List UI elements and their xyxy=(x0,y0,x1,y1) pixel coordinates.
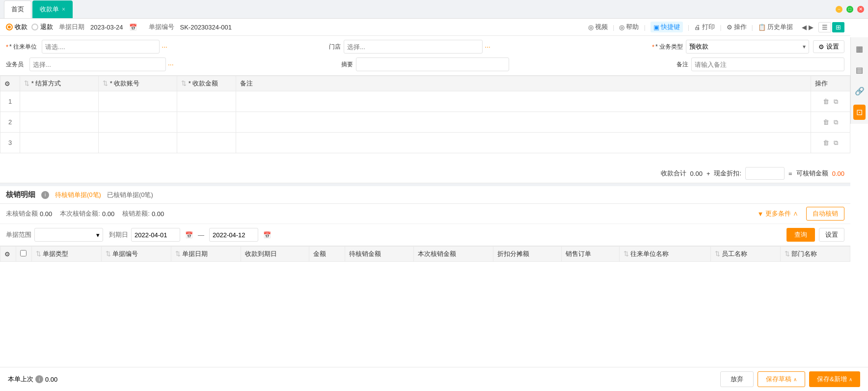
prev-info-icon[interactable]: i xyxy=(35,375,43,383)
save-draft-button[interactable]: 保存草稿 ∧ xyxy=(758,371,805,387)
staff-input[interactable] xyxy=(29,57,166,71)
row-1-delete-icon[interactable]: 🗑 xyxy=(823,98,829,105)
settings-label: 设置 xyxy=(826,42,839,51)
help-btn[interactable]: ◎ 帮助 xyxy=(619,23,639,31)
row-2-delete-icon[interactable]: 🗑 xyxy=(823,118,829,126)
range-select[interactable]: ▾ xyxy=(34,228,103,242)
history-btn[interactable]: 📋 历史单据 xyxy=(758,23,793,31)
tab-home[interactable]: 首页 xyxy=(4,0,31,18)
store-label: 门店 xyxy=(329,43,341,51)
nav-right-icon[interactable]: ▶ xyxy=(809,24,814,31)
sort-counterparty-icon: ⇅ xyxy=(624,250,629,257)
remark-input[interactable] xyxy=(691,57,844,71)
save-new-button[interactable]: 保存&新增 ∧ xyxy=(809,371,860,387)
row-3-copy-icon[interactable]: ⧉ xyxy=(834,139,838,146)
sort-doctype-icon: ⇅ xyxy=(36,250,41,257)
list-view-btn[interactable]: ☰ xyxy=(818,22,831,32)
prev-value: 0.00 xyxy=(45,376,57,383)
available-label: 可核销金额 xyxy=(796,169,828,178)
bottom-col-docdate-header: ⇅ 单据日期 xyxy=(171,247,241,262)
sidebar-link-icon[interactable]: 🔗 xyxy=(852,84,868,99)
remark-field: 备注 xyxy=(677,57,844,71)
row-1-amount-input[interactable] xyxy=(177,91,236,112)
current-label: 本次核销金额: xyxy=(60,209,100,218)
minimize-button[interactable]: － xyxy=(836,6,842,13)
footer-right: 放弃 保存草稿 ∧ 保存&新增 ∧ xyxy=(720,371,860,387)
operation-btn[interactable]: ⚙ 操作 xyxy=(727,23,747,31)
receipt-radio[interactable]: 收款 xyxy=(6,23,27,31)
row-3-delete-icon[interactable]: 🗑 xyxy=(823,139,829,146)
col-docnumber-label: 单据编号 xyxy=(112,250,138,257)
print-btn[interactable]: 🖨 打印 xyxy=(694,23,715,31)
sort-docdate-icon: ⇅ xyxy=(175,250,181,257)
col-account-header: ⇅ * 收款账号 xyxy=(99,76,177,91)
discount-input[interactable] xyxy=(745,167,785,180)
completed-label: 已核销单据(0笔) xyxy=(107,191,153,199)
summary-input[interactable] xyxy=(356,57,509,71)
writeoff-table: ⚙ ⇅ 单据类型 ⇅ 单据编号 xyxy=(0,246,850,262)
bottom-table-settings-icon[interactable]: ⚙ xyxy=(4,251,10,258)
row-1-account-input[interactable] xyxy=(99,91,177,112)
save-new-chevron: ∧ xyxy=(849,377,852,382)
row-3-remark-input[interactable] xyxy=(236,133,811,153)
duedate-from-input[interactable] xyxy=(131,228,180,242)
business-type-select[interactable]: 预收款 ▾ xyxy=(686,40,809,54)
calendar-icon[interactable]: 📅 xyxy=(129,24,137,31)
col-pending-label: 待核销金额 xyxy=(349,250,381,257)
row-3-amount-input[interactable] xyxy=(177,133,236,153)
counterparty-input[interactable] xyxy=(42,40,160,54)
calendar-from-icon[interactable]: 📅 xyxy=(185,231,193,239)
abandon-button[interactable]: 放弃 xyxy=(720,371,754,387)
pending-label[interactable]: 待核销单据(0笔) xyxy=(55,191,101,199)
more-conditions-btn[interactable]: ▼ 更多条件 ∧ xyxy=(758,209,799,218)
counterparty-more-icon[interactable]: ··· xyxy=(162,43,167,51)
form-area: * * 往来单位 ··· 门店 ··· * * 业务类型 预收款 ▾ xyxy=(0,36,850,76)
writeoff-info-icon[interactable]: i xyxy=(41,191,49,199)
sidebar-table-icon[interactable]: ▦ xyxy=(853,41,866,56)
sort-dept-icon: ⇅ xyxy=(785,250,790,257)
store-more-icon[interactable]: ··· xyxy=(485,43,490,51)
row-3-settlement-input[interactable] xyxy=(20,133,98,153)
bottom-col-staff-header: ⇅ 员工名称 xyxy=(711,247,781,262)
row-2-amount-input[interactable] xyxy=(177,112,236,132)
close-button[interactable]: ✕ xyxy=(857,6,864,13)
video-btn[interactable]: ◎ 视频 xyxy=(588,23,608,31)
col-actions-header: 操作 xyxy=(811,76,850,91)
select-all-checkbox[interactable] xyxy=(20,250,27,256)
row-2-copy-icon[interactable]: ⧉ xyxy=(834,118,838,126)
shortcut-icon: ▣ xyxy=(653,24,659,31)
bottom-col-current-header: 本次核销金额 xyxy=(414,247,493,262)
settings-button[interactable]: ⚙ 设置 xyxy=(813,40,844,53)
col-salesorder-label: 销售订单 xyxy=(566,250,591,257)
sidebar-image-icon[interactable]: ⊡ xyxy=(853,105,866,120)
shortcut-btn[interactable]: ▣ 快捷键 xyxy=(651,22,683,32)
row-2-remark-input[interactable] xyxy=(236,112,811,132)
filter-settings-button[interactable]: 设置 xyxy=(819,228,844,242)
sidebar-doc-icon[interactable]: ▤ xyxy=(853,62,866,78)
row-2-settlement-input[interactable] xyxy=(20,112,98,132)
tab-receipt[interactable]: 收款单 × xyxy=(32,0,73,18)
table-settings-icon[interactable]: ⚙ xyxy=(4,80,10,87)
table-row: 3 🗑 ⧉ xyxy=(0,133,850,153)
staff-label: 业务员 xyxy=(6,60,24,69)
tab-close-icon[interactable]: × xyxy=(62,6,65,13)
business-type-field: * * 业务类型 预收款 ▾ xyxy=(652,40,809,54)
grid-view-btn[interactable]: ⊞ xyxy=(832,22,844,32)
staff-more-icon[interactable]: ··· xyxy=(168,60,174,68)
duedate-to-input[interactable] xyxy=(209,228,258,242)
maximize-button[interactable]: □ xyxy=(846,6,853,13)
store-input[interactable] xyxy=(344,40,483,54)
auto-writeoff-button[interactable]: 自动核销 xyxy=(806,207,844,221)
row-1-copy-icon[interactable]: ⧉ xyxy=(834,98,838,105)
calendar-to-icon[interactable]: 📅 xyxy=(263,231,271,239)
row-1-remark-input[interactable] xyxy=(236,91,811,112)
operation-icon: ⚙ xyxy=(727,24,732,31)
row-3-account-input[interactable] xyxy=(99,133,177,153)
query-button[interactable]: 查询 xyxy=(787,228,815,242)
counterparty-label: * 往来单位 xyxy=(9,43,37,51)
refund-radio[interactable]: 退款 xyxy=(31,23,53,31)
row-1-settlement-input[interactable] xyxy=(20,91,98,112)
nav-left-icon[interactable]: ◀ xyxy=(802,24,807,31)
row-2-account-input[interactable] xyxy=(99,112,177,132)
bottom-col-check-header xyxy=(16,247,32,262)
